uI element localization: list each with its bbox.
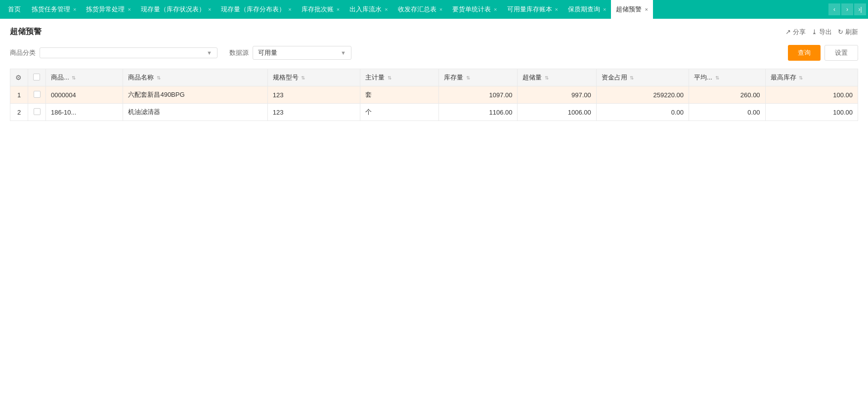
row-checkbox-cell <box>28 86 46 104</box>
nav-more-button[interactable]: ›| <box>854 3 866 15</box>
category-select[interactable]: ▼ <box>40 47 217 58</box>
page-header: 超储预警 ↗ 分享 ⤓ 导出 ↻ 刷新 <box>10 27 858 37</box>
th-over[interactable]: 超储量 ⇅ <box>518 69 596 86</box>
table-header-row: ⚙ 商品... ⇅ 商品名称 ⇅ 规格型号 ⇅ 主计量 <box>10 69 858 86</box>
share-button[interactable]: ↗ 分享 <box>785 28 806 37</box>
close-icon[interactable]: × <box>603 6 606 12</box>
nav-item-可用量库存账本[interactable]: 可用量库存账本 × <box>502 0 563 19</box>
nav-item-label: 收发存汇总表 <box>398 5 436 14</box>
nav-item-label: 出入库流水 <box>349 5 382 14</box>
row-avg: 0.00 <box>689 104 766 121</box>
row-over: 997.00 <box>518 86 596 104</box>
datasource-label: 数据源 <box>229 48 249 57</box>
sort-icon: ⇅ <box>72 75 76 80</box>
close-icon[interactable]: × <box>385 6 388 12</box>
th-max[interactable]: 最高库存 ⇅ <box>765 69 858 86</box>
datasource-filter: 数据源 可用量 ▼ <box>229 46 351 60</box>
nav-item-超储预警[interactable]: 超储预警 × <box>611 0 652 19</box>
close-icon[interactable]: × <box>337 6 340 12</box>
nav-item-保质期查询[interactable]: 保质期查询 × <box>563 0 611 19</box>
top-navigation: 首页 拣货任务管理 × 拣货异常处理 × 现存量（库存状况表） × 现存量（库存… <box>0 0 868 19</box>
th-stock[interactable]: 库存量 ⇅ <box>439 69 518 86</box>
refresh-icon: ↻ <box>838 28 843 36</box>
nav-item-库存批次账[interactable]: 库存批次账 × <box>297 0 345 19</box>
th-unit[interactable]: 主计量 ⇅ <box>360 69 439 86</box>
sort-icon: ⇅ <box>466 75 470 80</box>
sort-icon: ⇅ <box>157 75 161 80</box>
page-container: 超储预警 ↗ 分享 ⤓ 导出 ↻ 刷新 商品分类 ▼ 数据源 <box>0 19 868 395</box>
select-all-checkbox[interactable] <box>33 74 40 80</box>
th-capital[interactable]: 资金占用 ⇅ <box>596 69 689 86</box>
close-icon[interactable]: × <box>73 6 76 12</box>
nav-prev-button[interactable]: ‹ <box>828 3 840 15</box>
row-max: 100.00 <box>765 104 858 121</box>
row-checkbox[interactable] <box>34 108 41 115</box>
th-capital-label: 资金占用 <box>602 74 627 81</box>
datasource-select[interactable]: 可用量 ▼ <box>253 46 351 60</box>
row-num: 1 <box>10 86 28 104</box>
th-unit-label: 主计量 <box>365 74 385 81</box>
th-name-label: 商品名称 <box>128 74 154 81</box>
nav-item-label: 库存批次账 <box>302 5 334 14</box>
th-spec-label: 规格型号 <box>273 74 299 81</box>
row-checkbox[interactable] <box>34 91 41 98</box>
nav-item-出入库流水[interactable]: 出入库流水 × <box>345 0 392 19</box>
row-capital: 259220.00 <box>596 86 689 104</box>
refresh-button[interactable]: ↻ 刷新 <box>838 28 858 37</box>
row-num: 2 <box>10 104 28 121</box>
row-avg: 260.00 <box>689 86 766 104</box>
page-title: 超储预警 <box>10 27 42 37</box>
export-icon: ⤓ <box>812 28 817 36</box>
close-icon[interactable]: × <box>645 6 648 12</box>
nav-item-label: 拣货异常处理 <box>86 5 125 14</box>
th-stock-label: 库存量 <box>444 74 463 81</box>
table-row: 2 186-10... 机油滤清器 123 个 1106.00 1006.00 … <box>10 104 858 121</box>
row-stock: 1097.00 <box>439 86 518 104</box>
th-max-label: 最高库存 <box>771 74 796 81</box>
settings-button[interactable]: 设置 <box>825 45 858 61</box>
close-icon[interactable]: × <box>208 6 211 12</box>
nav-item-要货单统计表[interactable]: 要货单统计表 × <box>447 0 502 19</box>
row-over: 1006.00 <box>518 104 596 121</box>
close-icon[interactable]: × <box>128 6 130 12</box>
nav-item-收发存汇总表[interactable]: 收发存汇总表 × <box>393 0 447 19</box>
sort-icon: ⇅ <box>545 75 549 80</box>
row-spec: 123 <box>267 104 360 121</box>
close-icon[interactable]: × <box>439 6 442 12</box>
th-code[interactable]: 商品... ⇅ <box>46 69 123 86</box>
nav-item-label: 拣货任务管理 <box>32 5 70 14</box>
header-actions: ↗ 分享 ⤓ 导出 ↻ 刷新 <box>785 28 858 37</box>
nav-item-现存量库存分布表[interactable]: 现存量（库存分布表） × <box>216 0 296 19</box>
category-label: 商品分类 <box>10 48 36 57</box>
sort-icon: ⇅ <box>715 75 719 80</box>
nav-home[interactable]: 首页 <box>2 5 27 14</box>
nav-item-label: 保质期查询 <box>568 5 600 14</box>
close-icon[interactable]: × <box>555 6 558 12</box>
nav-item-现存量库存状况表[interactable]: 现存量（库存状况表） × <box>136 0 216 19</box>
nav-item-拣货异常处理[interactable]: 拣货异常处理 × <box>81 0 135 19</box>
th-spec[interactable]: 规格型号 ⇅ <box>267 69 360 86</box>
sort-icon: ⇅ <box>388 75 391 80</box>
th-avg[interactable]: 平均... ⇅ <box>689 69 766 86</box>
nav-item-label: 可用量库存账本 <box>507 5 552 14</box>
th-checkbox <box>28 69 46 86</box>
close-icon[interactable]: × <box>288 6 291 12</box>
nav-item-label: 超储预警 <box>616 5 642 14</box>
row-capital: 0.00 <box>596 104 689 121</box>
th-over-label: 超储量 <box>522 74 542 81</box>
row-unit: 个 <box>360 104 439 121</box>
nav-next-button[interactable]: › <box>841 3 853 15</box>
export-button[interactable]: ⤓ 导出 <box>812 28 832 37</box>
share-label: 分享 <box>793 28 806 37</box>
row-checkbox-cell <box>28 104 46 121</box>
th-name[interactable]: 商品名称 ⇅ <box>123 69 267 86</box>
gear-icon[interactable]: ⚙ <box>15 74 22 81</box>
row-unit: 套 <box>360 86 439 104</box>
chevron-down-icon: ▼ <box>341 50 346 56</box>
close-icon[interactable]: × <box>494 6 497 12</box>
refresh-label: 刷新 <box>845 28 858 37</box>
nav-item-拣货任务管理[interactable]: 拣货任务管理 × <box>27 0 81 19</box>
query-button[interactable]: 查询 <box>788 45 821 61</box>
filter-actions: 查询 设置 <box>788 45 858 61</box>
row-max: 100.00 <box>765 86 858 104</box>
